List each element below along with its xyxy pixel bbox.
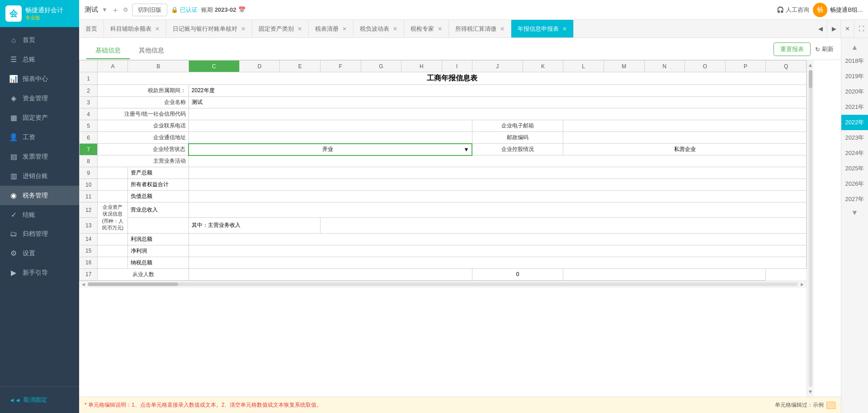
- sidebar-item-assets[interactable]: ▦ 固定资产: [0, 108, 79, 127]
- year-up-icon[interactable]: ▲: [849, 42, 860, 53]
- sidebar-item-tax[interactable]: ◉ 税务管理: [0, 186, 79, 205]
- cell-3-value[interactable]: 测试: [189, 97, 806, 108]
- year-item-2022[interactable]: 2022年: [841, 115, 868, 130]
- sidebar-item-settings[interactable]: ⚙ 设置: [0, 244, 79, 263]
- cell-16-a[interactable]: [98, 257, 128, 268]
- sub-tab-other[interactable]: 其他信息: [130, 43, 173, 59]
- sidebar-item-home[interactable]: ⌂ 首页: [0, 31, 79, 50]
- topbar-settings-icon[interactable]: ⚙: [123, 6, 128, 13]
- vertical-scrollbar[interactable]: ▲ ▼: [807, 60, 814, 397]
- cell-9-value[interactable]: [189, 167, 806, 179]
- cell-12-b[interactable]: 营业总收入: [128, 202, 189, 218]
- sidebar-item-reports[interactable]: 📊 报表中心: [0, 69, 79, 89]
- cell-6-postcode[interactable]: [563, 132, 807, 144]
- tab-prev-button[interactable]: ◀: [814, 20, 827, 38]
- horizontal-scrollbar[interactable]: ◄ ►: [79, 281, 807, 288]
- cell-9-b[interactable]: 资产总额: [128, 167, 189, 179]
- service-button[interactable]: 🎧 人工咨询: [777, 6, 809, 14]
- sidebar-item-invoice[interactable]: ▤ 发票管理: [0, 147, 79, 166]
- tab-tax-check[interactable]: 税检专家 ✕: [404, 20, 449, 38]
- tab-close-icon[interactable]: ✕: [562, 26, 567, 32]
- sidebar-item-archive[interactable]: 🗂 归档管理: [0, 225, 79, 244]
- tab-annual-report[interactable]: 年报信息申报表 ✕: [511, 20, 574, 38]
- year-item-2020[interactable]: 2020年: [842, 84, 868, 99]
- tab-tax-table[interactable]: 税表清册 ✕: [309, 20, 354, 38]
- col-header-l[interactable]: L: [563, 61, 604, 72]
- cell-17-label[interactable]: 从业人数: [98, 268, 189, 280]
- sidebar-item-close[interactable]: ✓ 结账: [0, 205, 79, 225]
- scroll-up-icon[interactable]: ▲: [808, 62, 813, 68]
- tab-close-icon[interactable]: ✕: [241, 26, 245, 32]
- cell-11-value[interactable]: [189, 191, 806, 202]
- col-header-a[interactable]: A: [98, 61, 128, 72]
- cell-10-a[interactable]: [98, 179, 128, 191]
- cell-13-value[interactable]: [320, 218, 806, 233]
- col-header-h[interactable]: H: [401, 61, 442, 72]
- tab-next-button[interactable]: ▶: [827, 20, 841, 38]
- tab-close-icon[interactable]: ✕: [297, 26, 302, 32]
- cell-7-status[interactable]: 开业 ▼: [189, 144, 472, 155]
- cell-2-value[interactable]: 2022年度: [189, 85, 806, 97]
- tab-subject-balance[interactable]: 科目辅助余额表 ✕: [104, 20, 166, 38]
- cell-12-a[interactable]: 企业资产状况信息(币种：人民币万元): [98, 202, 128, 234]
- col-header-g[interactable]: G: [361, 61, 401, 72]
- sub-tab-basic[interactable]: 基础信息: [86, 43, 130, 59]
- cell-2-label[interactable]: 税款所属期间：: [98, 85, 189, 97]
- sidebar-item-funds[interactable]: ◈ 资金管理: [0, 89, 79, 108]
- col-header-q[interactable]: Q: [766, 61, 807, 72]
- cell-5-email[interactable]: [563, 120, 807, 132]
- cell-title[interactable]: 工商年报信息表: [98, 72, 807, 85]
- cell-4-label[interactable]: 注册号/统一社会信用代码: [98, 108, 189, 120]
- cell-17-v1[interactable]: [189, 268, 472, 280]
- tab-close-icon[interactable]: ✕: [342, 26, 347, 32]
- year-item-2021[interactable]: 2021年: [842, 99, 868, 115]
- cell-3-label[interactable]: 企业名称: [98, 97, 189, 108]
- year-item-2027[interactable]: 2027年: [842, 192, 868, 207]
- year-item-2018[interactable]: 2018年: [842, 53, 868, 69]
- cell-11-b[interactable]: 负债总额: [128, 191, 189, 202]
- sidebar-item-salary[interactable]: 👤 工资: [0, 127, 79, 147]
- year-item-2019[interactable]: 2019年: [842, 69, 868, 84]
- cell-6-postcode-label[interactable]: 邮政编码: [472, 132, 563, 144]
- col-header-c[interactable]: C: [189, 61, 239, 72]
- cell-11-a[interactable]: [98, 191, 128, 202]
- cell-15-a[interactable]: [98, 245, 128, 257]
- cell-16-value[interactable]: [189, 257, 806, 268]
- cell-4-value[interactable]: [189, 108, 806, 120]
- sidebar-item-inout[interactable]: ▥ 进销台账: [0, 166, 79, 186]
- cell-8-value[interactable]: [189, 155, 806, 167]
- scroll-down-icon[interactable]: ▼: [808, 389, 813, 395]
- cell-17-v3[interactable]: [563, 268, 766, 280]
- tab-close-icon[interactable]: ✕: [155, 26, 160, 32]
- cell-13-b[interactable]: [128, 218, 189, 233]
- topbar-add-button[interactable]: ＋: [111, 5, 119, 15]
- cell-17-v2[interactable]: 0: [472, 268, 563, 280]
- cell-5-label[interactable]: 企业联系电话: [98, 120, 189, 132]
- col-header-i[interactable]: I: [442, 61, 472, 72]
- switch-to-old-button[interactable]: 切到旧版: [132, 4, 167, 16]
- year-item-2023[interactable]: 2023年: [842, 130, 868, 145]
- reset-report-button[interactable]: 重置报表: [774, 42, 811, 56]
- col-header-j[interactable]: J: [472, 61, 523, 72]
- sidebar-item-ledger[interactable]: ☰ 总账: [0, 50, 79, 69]
- year-item-2025[interactable]: 2025年: [842, 161, 868, 176]
- cell-7-control-value[interactable]: 私营企业: [563, 144, 807, 155]
- sidebar-item-guide[interactable]: ▶ 新手引导: [0, 263, 79, 282]
- year-item-2026[interactable]: 2026年: [842, 176, 868, 192]
- cell-9-a[interactable]: [98, 167, 128, 179]
- dropdown-arrow-icon[interactable]: ▼: [463, 146, 469, 153]
- cell-8-label[interactable]: 主营业务活动: [98, 155, 189, 167]
- col-header-o[interactable]: O: [685, 61, 726, 72]
- tab-expand-button[interactable]: ⛶: [854, 20, 868, 38]
- sidebar-pin-button[interactable]: ◄◄ 取消固定: [0, 391, 79, 408]
- cell-7-label[interactable]: 企业经营状态: [98, 144, 189, 155]
- col-header-n[interactable]: N: [644, 61, 685, 72]
- tab-close-all-button[interactable]: ✕: [841, 20, 854, 38]
- col-header-e[interactable]: E: [280, 61, 321, 72]
- refresh-button[interactable]: ↻ 刷新: [815, 45, 834, 53]
- tab-tax-fluctuation[interactable]: 税负波动表 ✕: [354, 20, 404, 38]
- tab-close-icon[interactable]: ✕: [393, 26, 397, 32]
- col-header-d[interactable]: D: [239, 61, 280, 72]
- tab-income-tax[interactable]: 所得税汇算清缴 ✕: [449, 20, 511, 38]
- col-header-m[interactable]: M: [604, 61, 644, 72]
